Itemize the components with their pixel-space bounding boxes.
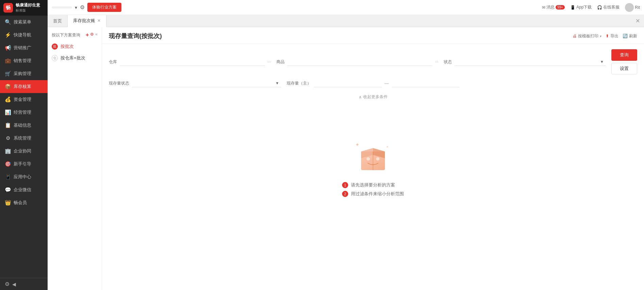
- sidebar-item-basics[interactable]: 📋 基础信息: [0, 119, 48, 132]
- tip-num-1: 1: [342, 182, 348, 188]
- filter-row-2: 现存量状态 ▾ 现存量（主） —: [109, 79, 637, 87]
- refresh-btn[interactable]: 🔄 刷新: [623, 33, 637, 39]
- warehouse-label: 仓库: [109, 59, 117, 65]
- user-avatar-btn[interactable]: Rit: [625, 3, 640, 12]
- topbar-settings-icon[interactable]: ⚙: [80, 4, 85, 11]
- stock-status-dropdown-icon: ▾: [276, 80, 278, 86]
- inventory-icon: 📦: [5, 84, 11, 90]
- filter-group-warehouse: 仓库 ···: [109, 58, 271, 66]
- plan-batch-label: 按批次: [61, 43, 74, 50]
- print-btn[interactable]: 🖨 按模板打印 ▾: [573, 33, 601, 39]
- app-subtitle: 标准版: [16, 8, 40, 13]
- export-icon: ⬆: [606, 34, 609, 38]
- operations-icon: 📊: [5, 109, 11, 115]
- sales-icon: 💼: [5, 58, 11, 64]
- warehouse-more[interactable]: ···: [268, 59, 271, 64]
- stock-status-select[interactable]: ▾: [132, 79, 281, 87]
- sidebar-header: 畅 畅康通好生意 标准版: [0, 0, 48, 16]
- app-logo: 畅: [3, 3, 13, 13]
- print-dropdown-icon[interactable]: ▾: [600, 34, 601, 38]
- filter-row-1: 仓库 ··· 商品 ··· 状态 ▾: [109, 49, 637, 74]
- left-panel-title-text: 按以下方案查询: [52, 32, 80, 38]
- svg-point-4: [367, 157, 370, 161]
- purchase-icon: 🛒: [5, 71, 11, 77]
- filter-group-status: 状态 ▾: [444, 58, 606, 66]
- stock-qty-to-input[interactable]: [392, 79, 459, 87]
- tip-num-2: 2: [342, 191, 348, 197]
- tab-close-icon[interactable]: ✕: [97, 18, 101, 23]
- quicknav-icon: ⚡: [5, 32, 11, 38]
- filter-group-stock-status: 现存量状态 ▾: [109, 79, 281, 87]
- breadcrumb: [52, 6, 72, 8]
- plan-item-batch[interactable]: 批 按批次: [48, 41, 102, 52]
- appcenter-icon: 📱: [5, 174, 11, 180]
- basics-icon: 📋: [5, 122, 11, 128]
- sidebar-item-sales[interactable]: 💼 销售管理: [0, 54, 48, 67]
- tab-panel-close-btn[interactable]: ✕: [635, 18, 644, 24]
- tab-inventory-batch[interactable]: 库存批次账 ✕: [68, 15, 106, 27]
- sidebar-item-marketing[interactable]: 📢 营销推广: [0, 41, 48, 54]
- app-title: 畅康通好生意: [16, 3, 40, 8]
- collapse-filter-btn[interactable]: ∧ 收起更多条件: [109, 92, 637, 102]
- print-label: 按模板打印: [578, 33, 598, 39]
- export-btn[interactable]: ⬆ 导出: [606, 33, 618, 39]
- marketing-icon: 📢: [5, 45, 11, 51]
- sidebar-item-finance[interactable]: 💰 资金管理: [0, 93, 48, 106]
- product-more[interactable]: ···: [435, 59, 438, 64]
- sidebar-item-newguide[interactable]: 🎯 新手引导: [0, 158, 48, 170]
- sidebar-item-purchase[interactable]: 🛒 采购管理: [0, 67, 48, 80]
- tip-item-2: 2 用过滤条件来缩小分析范围: [342, 191, 404, 197]
- sidebar-item-operations[interactable]: 📊 经营管理: [0, 106, 48, 119]
- svg-text:✦: ✦: [355, 142, 359, 147]
- filter-settings-btn[interactable]: 设置: [611, 63, 637, 74]
- stock-qty-from-input[interactable]: [314, 79, 382, 87]
- collapse-label: 收起更多条件: [363, 94, 388, 100]
- sidebar-item-enterprise[interactable]: 🏢 企业协同: [0, 145, 48, 158]
- messages-btn[interactable]: ✉ 消息 99+: [542, 4, 565, 10]
- sidebar-collapse-icon[interactable]: ◀: [12, 282, 16, 287]
- status-select[interactable]: ▾: [455, 58, 606, 66]
- product-input[interactable]: [287, 58, 433, 66]
- sidebar-item-wechat[interactable]: 💬 企业微信: [0, 183, 48, 196]
- sidebar-item-search[interactable]: 🔍 搜索菜单: [0, 16, 48, 29]
- topbar-left: ▾ ⚙ 体验行业方案: [52, 3, 539, 12]
- topbar-dropdown-icon[interactable]: ▾: [75, 5, 77, 10]
- filter-btn-group: 查询 设置: [611, 49, 637, 74]
- left-panel-title: 按以下方案查询 + ⚙ «: [48, 31, 102, 41]
- refresh-label: 刷新: [629, 33, 637, 39]
- sidebar-item-member[interactable]: 👑 畅会员: [0, 196, 48, 209]
- online-service-btn[interactable]: 🎧 在线客服: [597, 4, 620, 10]
- experience-btn[interactable]: 体验行业方案: [87, 3, 121, 12]
- plan-batch-icon: 批: [52, 43, 58, 50]
- enterprise-icon: 🏢: [5, 148, 11, 154]
- plan-settings-icon[interactable]: ⚙: [90, 32, 94, 38]
- query-btn[interactable]: 查询: [611, 49, 637, 61]
- sidebar-item-appcenter[interactable]: 📱 应用中心: [0, 170, 48, 183]
- topbar-right: ✉ 消息 99+ 📱 App下载 🎧 在线客服 Rit: [542, 3, 640, 12]
- collapse-left-icon[interactable]: «: [95, 32, 98, 38]
- refresh-icon: 🔄: [623, 34, 628, 38]
- empty-tips: 1 请先选择要分析的方案 2 用过滤条件来缩小分析范围: [342, 182, 404, 200]
- sidebar-item-inventory[interactable]: 📦 库存核算: [0, 80, 48, 93]
- warehouse-input[interactable]: [120, 58, 265, 66]
- sidebar-item-quicknav[interactable]: ⚡ 快捷导航: [0, 29, 48, 41]
- page-header-actions: 🖨 按模板打印 ▾ ⬆ 导出 🔄 刷新: [573, 33, 637, 39]
- sidebar-settings-icon[interactable]: ⚙: [5, 281, 10, 287]
- export-label: 导出: [610, 33, 618, 39]
- plan-item-warehouse-batch[interactable]: 仓 按仓库+批次: [48, 52, 102, 64]
- sidebar-item-system[interactable]: ⚙ 系统管理: [0, 132, 48, 145]
- member-icon: 👑: [5, 200, 11, 206]
- filter-area: 仓库 ··· 商品 ··· 状态 ▾: [102, 44, 644, 107]
- tab-home[interactable]: 首页: [48, 15, 68, 27]
- plan-warehouse-batch-label: 按仓库+批次: [61, 55, 85, 61]
- tab-inventory-batch-label: 库存批次账: [73, 18, 95, 24]
- user-name: Rit: [635, 5, 640, 10]
- headset-icon: 🎧: [597, 5, 602, 10]
- tabbar: 首页 库存批次账 ✕ ✕: [48, 15, 644, 27]
- sidebar-menu: ⚡ 快捷导航 📢 营销推广 💼 销售管理 🛒 采购管理 📦 库存核算 💰 资金管…: [0, 29, 48, 278]
- svg-text:✦: ✦: [386, 145, 389, 149]
- add-plan-icon[interactable]: +: [86, 32, 89, 38]
- status-dropdown-icon: ▾: [601, 59, 603, 64]
- app-download-btn[interactable]: 📱 App下载: [570, 4, 592, 10]
- print-icon: 🖨: [573, 34, 577, 38]
